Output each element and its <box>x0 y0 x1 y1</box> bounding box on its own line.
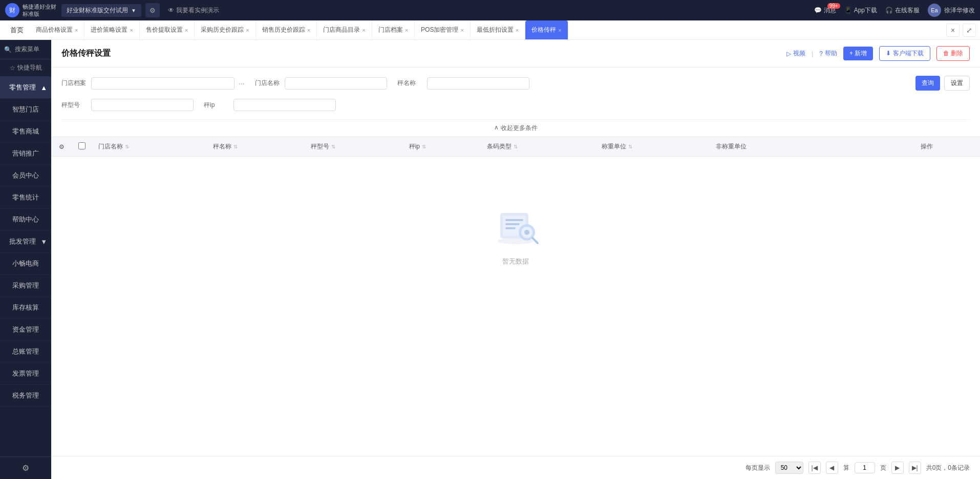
pagination-bar: 每页显示 50 10 20 100 |◀ ◀ 算 页 ▶ ▶| 共0页，0条记录 <box>51 456 980 479</box>
logo-icon: 财 <box>5 3 19 17</box>
collapse-bar[interactable]: ∧ 收起更多条件 <box>61 119 970 137</box>
quick-nav[interactable]: ☆ 快捷导航 <box>0 59 51 77</box>
tab-close-icon[interactable]: × <box>362 27 365 33</box>
select-all-checkbox[interactable] <box>78 142 86 149</box>
sidebar-item-retail-mall[interactable]: 零售商城 <box>0 121 51 143</box>
svg-rect-4 <box>505 223 520 225</box>
filter-store-archive: 门店档案 ··· <box>61 77 245 90</box>
content-area: 价格传秤设置 ▷ 视频 | ? 帮助 + 新增 ⬇ 客户端下载 🗑 <box>51 40 980 479</box>
th-scale-ip: 秤ip⇅ <box>403 137 481 157</box>
th-settings[interactable]: ⚙ <box>51 137 72 157</box>
help-link[interactable]: ? 帮助 <box>819 49 837 58</box>
query-button[interactable]: 查询 <box>915 76 940 91</box>
svg-point-9 <box>524 230 529 235</box>
quick-nav-label: 快捷导航 <box>17 63 42 72</box>
th-non-weight-unit: 非称重单位 <box>710 137 914 157</box>
tab-pos-encrypt[interactable]: POS加密管理 × <box>415 20 471 40</box>
tab-sales-history[interactable]: 销售历史价跟踪 × <box>256 20 317 40</box>
table-body: 暂无数据 <box>51 157 980 308</box>
tab-close-icon[interactable]: × <box>516 27 519 33</box>
download-client-button[interactable]: ⬇ 客户端下载 <box>879 46 930 61</box>
filter-row-2: 秤型号 秤ip <box>61 99 970 111</box>
delete-button[interactable]: 🗑 删除 <box>936 46 970 61</box>
sidebar-item-finance[interactable]: 资金管理 <box>0 319 51 341</box>
first-page-button[interactable]: |◀ <box>808 462 821 474</box>
tab-close-icon[interactable]: × <box>558 27 561 33</box>
demo-link[interactable]: 👁 我要看实例演示 <box>168 6 219 15</box>
sidebar-item-tax[interactable]: 税务管理 <box>0 385 51 407</box>
gear-icon: ⚙ <box>22 463 29 473</box>
sidebar-item-ledger[interactable]: 总账管理 <box>0 341 51 363</box>
app-download-button[interactable]: 📱 App下载 <box>844 6 877 15</box>
sidebar: 🔍 搜索菜单 ☆ 快捷导航 零售管理 ▲ 智慧门店 零售商城 营销推广 会员中心… <box>0 40 51 479</box>
more-options-icon[interactable]: ··· <box>239 79 245 88</box>
tab-close-icon[interactable]: × <box>246 27 249 33</box>
add-button[interactable]: + 新增 <box>843 47 873 60</box>
question-icon: ? <box>819 50 823 57</box>
settings-button[interactable]: 设置 <box>944 76 970 91</box>
video-link[interactable]: ▷ 视频 <box>786 49 805 58</box>
sidebar-settings-button[interactable]: ⚙ <box>0 456 51 479</box>
version-selector[interactable]: 好业财标准版交付试用 ▼ <box>61 4 141 17</box>
tab-price-scale[interactable]: 价格传秤 × <box>525 20 568 40</box>
tab-close-all-button[interactable]: × <box>946 24 960 37</box>
search-menu[interactable]: 🔍 搜索菜单 <box>0 40 51 59</box>
sidebar-item-ecommerce[interactable]: 小畅电商 <box>0 253 51 275</box>
sidebar-item-marketing[interactable]: 营销推广 <box>0 143 51 165</box>
tab-product-price[interactable]: 商品价格设置 × <box>30 20 84 40</box>
settings-icon[interactable]: ⚙ <box>145 3 160 17</box>
scale-ip-input[interactable] <box>233 99 336 111</box>
user-menu[interactable]: Ea 徐泽华修改 <box>928 4 975 17</box>
messages-button[interactable]: 💬 消息 99+ <box>814 6 836 15</box>
tab-close-icon[interactable]: × <box>75 27 78 33</box>
tab-min-discount[interactable]: 最低折扣设置 × <box>471 20 525 40</box>
th-weight-unit: 称重单位⇅ <box>595 137 710 157</box>
page-header: 价格传秤设置 ▷ 视频 | ? 帮助 + 新增 ⬇ 客户端下载 🗑 <box>51 40 980 68</box>
sidebar-item-invoice[interactable]: 发票管理 <box>0 363 51 385</box>
page-number-input[interactable] <box>855 462 875 473</box>
tab-close-icon[interactable]: × <box>130 27 133 33</box>
tab-close-icon[interactable]: × <box>307 27 310 33</box>
tab-purchase-history[interactable]: 采购历史价跟踪 × <box>195 20 255 40</box>
demo-label: 我要看实例演示 <box>176 6 219 15</box>
next-page-button[interactable]: ▶ <box>891 462 904 474</box>
store-name-input[interactable] <box>285 77 387 90</box>
sidebar-item-help[interactable]: 帮助中心 <box>0 209 51 231</box>
tab-store-profile[interactable]: 门店档案 × <box>372 20 415 40</box>
per-page-select[interactable]: 50 10 20 100 <box>775 462 803 474</box>
sidebar-item-purchase[interactable]: 采购管理 <box>0 275 51 297</box>
tab-expand-button[interactable]: ⤢ <box>963 24 976 37</box>
eye-icon: 👁 <box>168 7 174 14</box>
chevron-up-icon: ∧ <box>494 124 499 133</box>
th-barcode-type: 条码类型⇅ <box>481 137 595 157</box>
svg-rect-5 <box>505 227 516 229</box>
sidebar-item-wholesale[interactable]: 批发管理 ▼ <box>0 231 51 253</box>
last-page-button[interactable]: ▶| <box>909 462 921 474</box>
filter-store-name: 门店名称 <box>255 77 387 90</box>
logo: 财 畅捷通好业财 标准版 <box>5 3 56 18</box>
page-header-actions: ▷ 视频 | ? 帮助 + 新增 ⬇ 客户端下载 🗑 删除 <box>786 46 970 67</box>
phone-icon: 📱 <box>844 7 852 14</box>
sidebar-item-inventory[interactable]: 库存核算 <box>0 297 51 319</box>
column-settings-icon[interactable]: ⚙ <box>59 143 65 150</box>
customer-service-button[interactable]: 🎧 在线客服 <box>885 6 920 15</box>
sidebar-item-member[interactable]: 会员中心 <box>0 165 51 187</box>
scale-model-input[interactable] <box>91 99 194 111</box>
prev-page-button[interactable]: ◀ <box>826 462 838 474</box>
scale-name-input[interactable] <box>427 77 529 90</box>
tab-home[interactable]: 首页 <box>4 20 30 40</box>
tab-close-icon[interactable]: × <box>405 27 408 33</box>
tab-purchase-strategy[interactable]: 进价策略设置 × <box>84 20 139 40</box>
empty-illustration <box>490 198 541 249</box>
tab-close-icon[interactable]: × <box>460 27 463 33</box>
sidebar-item-retail-stats[interactable]: 零售统计 <box>0 187 51 209</box>
sidebar-item-retail[interactable]: 零售管理 ▲ <box>0 77 51 99</box>
store-archive-input[interactable] <box>91 77 235 90</box>
scale-model-label: 秤型号 <box>61 101 87 110</box>
tab-close-icon[interactable]: × <box>185 27 188 33</box>
tab-store-catalog[interactable]: 门店商品目录 × <box>317 20 372 40</box>
tab-sale-extract[interactable]: 售价提取设置 × <box>140 20 195 40</box>
scale-name-label: 秤名称 <box>397 79 423 88</box>
filter-scale-model: 秤型号 <box>61 99 194 111</box>
sidebar-item-smart-store[interactable]: 智慧门店 <box>0 99 51 121</box>
